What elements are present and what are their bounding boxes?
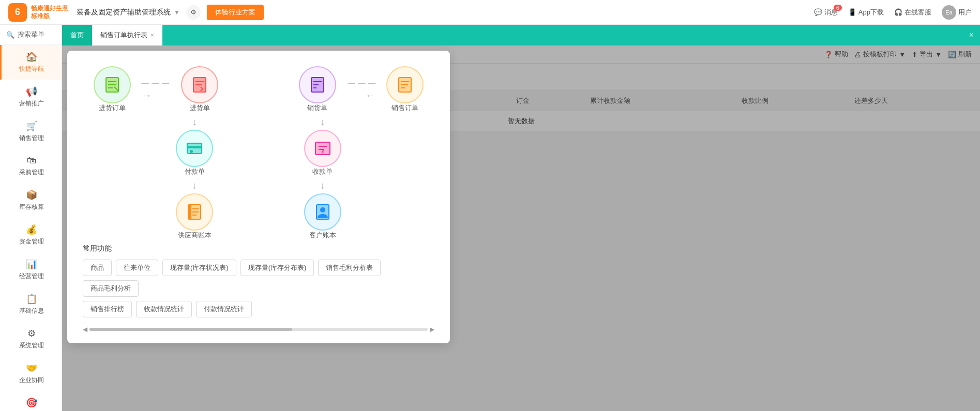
online-service-label: 在线客服 (904, 8, 931, 17)
modal-box: 进货订单 ─ ─ ─ → 进货单 (67, 51, 450, 343)
sidebar-item-label: 销售管理 (19, 134, 44, 143)
sidebar-search[interactable]: 🔍 搜索菜单 (0, 25, 62, 45)
func-btn-goods-profit[interactable]: 商品毛利分析 (83, 280, 139, 297)
tab-sales-label: 销售订单执行表 (100, 31, 147, 40)
experience-button[interactable]: 体验行业方案 (207, 5, 264, 20)
logo-icon: 6 (8, 3, 27, 22)
service-icon: 🎧 (894, 8, 902, 16)
tab-close-icon[interactable]: × (150, 32, 154, 39)
user-action[interactable]: Ea 用户 (942, 5, 972, 20)
bot-row: 供应商账本 客户账本 (83, 193, 434, 240)
customer-ledger-circle (304, 193, 341, 231)
func-buttons-row1: 商品 往来单位 现存量(库存状况表) 现存量(库存分布表) 销售毛利分析表 商品… (83, 260, 434, 297)
func-btn-sales-profit[interactable]: 销售毛利分析表 (318, 260, 381, 276)
svg-text:¥: ¥ (321, 149, 324, 155)
sidebar-item-operation[interactable]: 📊 经营管理 (0, 252, 62, 287)
func-btn-payment-stat[interactable]: 付款情况统计 (196, 301, 252, 317)
sales-bill-label: 销货单 (307, 103, 327, 113)
tab-sales-order[interactable]: 销售订单执行表 × (92, 25, 162, 45)
payment-label: 付款单 (185, 167, 205, 176)
sidebar-item-newbie[interactable]: 🎯 新手引导 (0, 391, 62, 411)
receipt-circle: ¥ (304, 130, 341, 167)
mid-arrow-row: ↓ ↓ (83, 117, 434, 128)
flow-node-sales-order[interactable]: 销售订单 (376, 66, 435, 113)
sidebar-item-enterprise[interactable]: 🤝 企业协同 (0, 356, 62, 391)
modal-scrollbar[interactable]: ◀ ▶ (83, 326, 434, 333)
message-badge: 6 (834, 5, 842, 11)
sidebar-item-system[interactable]: ⚙ 系统管理 (0, 322, 62, 356)
func-btn-stock-status[interactable]: 现存量(库存状况表) (162, 260, 236, 276)
message-action[interactable]: 💬 消息 6 (814, 8, 838, 17)
scroll-left-arrow[interactable]: ◀ (83, 326, 87, 333)
sidebar-item-label: 基础信息 (19, 307, 44, 315)
supplier-ledger-label: 供应商账本 (178, 231, 212, 240)
user-label: 用户 (958, 8, 972, 17)
sidebar-item-quick-nav[interactable]: 🏠 快捷导航 (0, 45, 62, 80)
purchase-bill-label: 进货单 (190, 103, 210, 113)
flow-node-supplier-ledger[interactable]: 供应商账本 (163, 193, 227, 240)
flow-node-purchase-order[interactable]: 进货订单 (83, 66, 142, 113)
sidebar-item-sales[interactable]: 🛒 销售管理 (0, 114, 62, 149)
sidebar-item-marketing[interactable]: 📢 营销推广 (0, 80, 62, 114)
func-btn-contacts[interactable]: 往来单位 (116, 260, 158, 276)
online-service-action[interactable]: 🎧 在线客服 (894, 8, 931, 17)
func-buttons-row2: 销售排行榜 收款情况统计 付款情况统计 (83, 301, 434, 317)
func-btn-receipt-stat[interactable]: 收款情况统计 (136, 301, 192, 317)
func-btn-stock-dist[interactable]: 现存量(库存分布表) (240, 260, 314, 276)
system-icon: ⚙ (27, 328, 36, 339)
func-btn-sales-rank[interactable]: 销售排行榜 (83, 301, 132, 317)
sales-order-circle (386, 66, 424, 103)
common-func-title: 常用功能 (83, 244, 434, 253)
scroll-thumb (89, 328, 292, 331)
avatar: Ea (942, 5, 956, 20)
tab-bar: 首页 销售订单执行表 × × (62, 25, 980, 45)
down-arrow-pay: ↓ (163, 180, 227, 191)
svg-point-28 (320, 207, 325, 212)
inventory-icon: 📦 (26, 189, 37, 201)
tab-home[interactable]: 首页 (62, 25, 92, 45)
modal-overlay[interactable]: 进货订单 ─ ─ ─ → 进货单 (62, 45, 980, 411)
common-functions: 常用功能 商品 往来单位 现存量(库存状况表) 现存量(库存分布表) 销售毛利分… (83, 244, 434, 317)
svg-point-17 (190, 150, 193, 153)
marketing-icon: 📢 (26, 86, 37, 97)
sidebar-item-label: 系统管理 (19, 341, 44, 350)
sidebar-item-label: 营销推广 (19, 99, 44, 108)
arrow-po-pb: ─ ─ ─ → (142, 78, 171, 101)
sidebar-item-purchase[interactable]: 🛍 采购管理 (0, 149, 62, 183)
settings-button[interactable]: ⚙ (186, 5, 201, 20)
scroll-track (89, 328, 428, 331)
flow-node-customer-ledger[interactable]: 客户账本 (291, 193, 355, 240)
sidebar-item-label: 库存核算 (19, 203, 44, 211)
bot-arrow-row: ↓ ↓ (83, 180, 434, 191)
app-download-action[interactable]: 📱 App下载 (848, 8, 884, 17)
dropdown-icon[interactable]: ▼ (174, 9, 180, 16)
customer-ledger-label: 客户账本 (309, 231, 336, 240)
flow-node-sales-bill[interactable]: 销货单 (288, 66, 347, 113)
supplier-ledger-circle (176, 193, 213, 231)
flow-node-payment[interactable]: 付款单 (163, 130, 227, 176)
content-area: 首页 销售订单执行表 × × ❓ 帮助 🖨 按 (62, 25, 980, 411)
purchase-order-label: 进货订单 (99, 103, 126, 113)
enterprise-icon: 🤝 (26, 362, 37, 374)
purchase-order-circle (94, 66, 131, 103)
sidebar-item-label: 企业协同 (19, 376, 44, 385)
func-btn-goods[interactable]: 商品 (83, 260, 112, 276)
download-icon: 📱 (848, 8, 856, 16)
sidebar-item-basic[interactable]: 📋 基础信息 (0, 287, 62, 322)
newbie-icon: 🎯 (26, 397, 37, 408)
flow-node-purchase-bill[interactable]: 进货单 (171, 66, 230, 113)
receipt-label: 收款单 (312, 167, 333, 176)
page-content: ❓ 帮助 🖨 按模板打印 ▼ ⬆ 导出 ▼ 🔄 (62, 45, 980, 411)
down-arrow-sb: ↓ (291, 117, 355, 128)
tab-bar-close-button[interactable]: × (969, 31, 974, 40)
scroll-right-arrow[interactable]: ▶ (430, 326, 434, 333)
system-title: 装备及固定资产辅助管理系统 ▼ (77, 8, 180, 17)
down-arrow-rec: ↓ (291, 180, 355, 191)
app-download-label: App下载 (858, 8, 884, 17)
flow-top-row: 进货订单 ─ ─ ─ → 进货单 (83, 66, 434, 113)
sidebar-item-label: 采购管理 (19, 168, 44, 177)
sidebar-item-inventory[interactable]: 📦 库存核算 (0, 183, 62, 218)
flow-node-receipt[interactable]: ¥ 收款单 (291, 130, 355, 176)
sidebar-item-finance[interactable]: 💰 资金管理 (0, 218, 62, 252)
sidebar: 🔍 搜索菜单 🏠 快捷导航 📢 营销推广 🛒 销售管理 🛍 采购管理 📦 (0, 25, 62, 411)
